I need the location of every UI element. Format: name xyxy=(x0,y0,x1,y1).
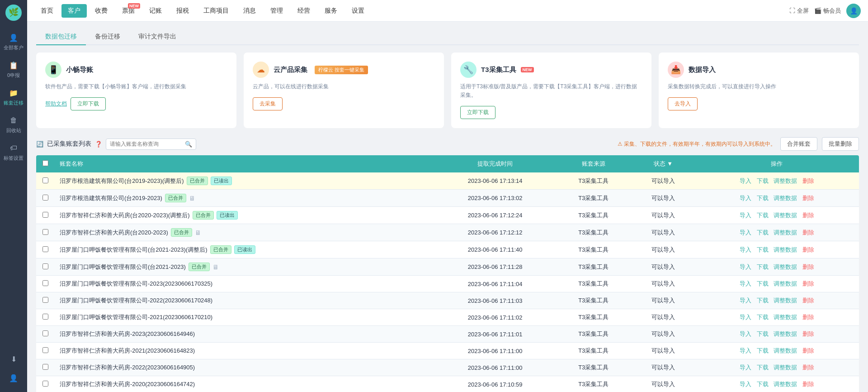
action-下载[interactable]: 下载 xyxy=(755,346,770,355)
action-下载[interactable]: 下载 xyxy=(755,228,770,237)
action-下载[interactable]: 下载 xyxy=(755,194,770,202)
action-调整数据[interactable]: 调整数据 xyxy=(772,245,799,254)
nav-settings[interactable]: 设置 xyxy=(345,4,371,18)
action-调整数据[interactable]: 调整数据 xyxy=(772,279,799,288)
action-删除[interactable]: 删除 xyxy=(801,263,816,271)
select-all-checkbox[interactable] xyxy=(42,160,48,166)
action-导入[interactable]: 导入 xyxy=(738,296,753,305)
row-checkbox[interactable] xyxy=(42,330,48,336)
action-删除[interactable]: 删除 xyxy=(801,211,816,220)
action-调整数据[interactable]: 调整数据 xyxy=(772,296,799,305)
merge-btn[interactable]: 合并账套 xyxy=(780,137,817,151)
nav-invoice[interactable]: 票据 NEW xyxy=(116,4,141,18)
action-下载[interactable]: 下载 xyxy=(755,263,770,271)
sidebar-item-download[interactable]: ⬇ xyxy=(0,349,27,368)
action-删除[interactable]: 删除 xyxy=(801,296,816,305)
download-btn-xiaochangdaozhang[interactable]: 立即下载 xyxy=(71,97,106,110)
row-checkbox[interactable] xyxy=(42,381,48,387)
action-下载[interactable]: 下载 xyxy=(755,380,770,388)
action-下载[interactable]: 下载 xyxy=(755,296,770,305)
action-调整数据[interactable]: 调整数据 xyxy=(772,211,799,220)
refresh-icon[interactable]: 🔄 xyxy=(36,141,43,148)
nav-bookkeeping[interactable]: 记账 xyxy=(143,4,168,18)
action-调整数据[interactable]: 调整数据 xyxy=(772,363,799,372)
action-导入[interactable]: 导入 xyxy=(738,380,753,388)
action-下载[interactable]: 下载 xyxy=(755,245,770,254)
action-导入[interactable]: 导入 xyxy=(738,363,753,372)
import-btn[interactable]: 去导入 xyxy=(668,97,698,110)
sidebar-item-account-migrate[interactable]: 📁 账套迁移 xyxy=(0,83,27,111)
nav-home[interactable]: 首页 xyxy=(34,4,60,18)
action-下载[interactable]: 下载 xyxy=(755,313,770,321)
nav-service[interactable]: 服务 xyxy=(318,4,344,18)
action-调整数据[interactable]: 调整数据 xyxy=(772,313,799,321)
action-调整数据[interactable]: 调整数据 xyxy=(772,346,799,355)
action-调整数据[interactable]: 调整数据 xyxy=(772,228,799,237)
nav-industry[interactable]: 工商项目 xyxy=(197,4,235,18)
download-btn-t3[interactable]: 立即下载 xyxy=(460,106,495,119)
nav-tax[interactable]: 报税 xyxy=(170,4,195,18)
action-调整数据[interactable]: 调整数据 xyxy=(772,380,799,388)
row-checkbox[interactable] xyxy=(42,212,48,218)
row-checkbox[interactable] xyxy=(42,347,48,353)
col-status[interactable]: 状态 ▼ xyxy=(632,155,695,172)
action-下载[interactable]: 下载 xyxy=(755,363,770,372)
action-调整数据[interactable]: 调整数据 xyxy=(772,263,799,271)
action-下载[interactable]: 下载 xyxy=(755,177,770,185)
sidebar-item-all-clients[interactable]: 👤 全部客户 xyxy=(0,28,27,56)
action-删除[interactable]: 删除 xyxy=(801,346,816,355)
tab-backup-migrate[interactable]: 备份迁移 xyxy=(86,29,129,45)
search-input[interactable] xyxy=(110,141,182,147)
action-导入[interactable]: 导入 xyxy=(738,313,753,321)
help-icon[interactable]: ❓ xyxy=(95,141,102,148)
row-checkbox[interactable] xyxy=(42,229,48,235)
row-checkbox[interactable] xyxy=(42,280,48,286)
member-btn[interactable]: 🎬 畅会员 xyxy=(814,7,841,15)
action-导入[interactable]: 导入 xyxy=(738,194,753,202)
avatar[interactable]: 👤 xyxy=(846,4,861,18)
action-调整数据[interactable]: 调整数据 xyxy=(772,194,799,202)
sidebar-item-zero-report[interactable]: 📋 0申报 xyxy=(0,56,27,83)
action-调整数据[interactable]: 调整数据 xyxy=(772,330,799,338)
sidebar-item-tag-settings[interactable]: 🏷 标签设置 xyxy=(0,139,27,166)
row-checkbox[interactable] xyxy=(42,314,48,320)
row-checkbox[interactable] xyxy=(42,263,48,269)
row-checkbox[interactable] xyxy=(42,177,48,183)
action-导入[interactable]: 导入 xyxy=(738,263,753,271)
nav-operation[interactable]: 经营 xyxy=(291,4,316,18)
nav-manage[interactable]: 管理 xyxy=(264,4,289,18)
action-导入[interactable]: 导入 xyxy=(738,245,753,254)
action-下载[interactable]: 下载 xyxy=(755,330,770,338)
app-logo[interactable]: 🌿 xyxy=(5,5,22,21)
row-checkbox[interactable] xyxy=(42,246,48,252)
action-下载[interactable]: 下载 xyxy=(755,279,770,288)
row-checkbox[interactable] xyxy=(42,297,48,303)
action-导入[interactable]: 导入 xyxy=(738,330,753,338)
action-删除[interactable]: 删除 xyxy=(801,245,816,254)
action-调整数据[interactable]: 调整数据 xyxy=(772,177,799,185)
action-删除[interactable]: 删除 xyxy=(801,363,816,372)
fullscreen-btn[interactable]: ⛶ 全屏 xyxy=(789,7,809,15)
tab-audit-export[interactable]: 审计文件导出 xyxy=(129,29,185,45)
sidebar-item-recycle[interactable]: 🗑 回收站 xyxy=(0,111,27,139)
action-导入[interactable]: 导入 xyxy=(738,228,753,237)
action-删除[interactable]: 删除 xyxy=(801,228,816,237)
action-删除[interactable]: 删除 xyxy=(801,313,816,321)
batch-delete-btn[interactable]: 批量删除 xyxy=(822,137,859,151)
collect-btn[interactable]: 去采集 xyxy=(253,97,283,110)
action-导入[interactable]: 导入 xyxy=(738,211,753,220)
nav-collect[interactable]: 收费 xyxy=(89,4,114,18)
search-icon[interactable]: 🔍 xyxy=(185,141,192,148)
action-下载[interactable]: 下载 xyxy=(755,211,770,220)
nav-message[interactable]: 消息 xyxy=(237,4,262,18)
action-导入[interactable]: 导入 xyxy=(738,346,753,355)
action-导入[interactable]: 导入 xyxy=(738,279,753,288)
action-删除[interactable]: 删除 xyxy=(801,330,816,338)
action-删除[interactable]: 删除 xyxy=(801,194,816,202)
action-导入[interactable]: 导入 xyxy=(738,177,753,185)
nav-client[interactable]: 客户 xyxy=(61,4,87,18)
row-checkbox[interactable] xyxy=(42,364,48,370)
action-删除[interactable]: 删除 xyxy=(801,177,816,185)
row-checkbox[interactable] xyxy=(42,195,48,201)
help-doc-link[interactable]: 帮助文档 xyxy=(45,100,67,108)
